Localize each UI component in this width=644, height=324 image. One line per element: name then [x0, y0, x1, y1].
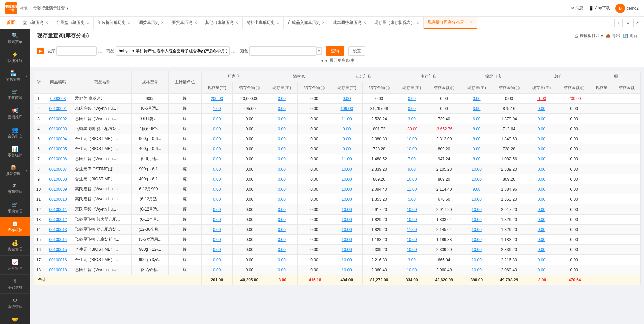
td-nanan-qty[interactable]: 3.00 — [396, 114, 427, 124]
tab-close-cailiao[interactable]: ✕ — [277, 21, 279, 25]
td-factory-qty[interactable]: 0.00 — [201, 194, 232, 204]
td-mocun-qty[interactable]: 0.00 — [266, 215, 298, 225]
td-jiangbei-qty[interactable]: 9.00 — [331, 144, 362, 154]
td-jiangbei-qty[interactable]: 109.00 — [331, 104, 362, 114]
td-mocun-qty[interactable]: 0.00 — [266, 184, 298, 194]
td-code[interactable]: 00100013 — [43, 225, 73, 235]
app-download-btn[interactable]: 📱 App下载 — [589, 5, 610, 11]
td-yubei-qty[interactable]: 10.00 — [461, 204, 492, 215]
tab-close-xiancunqk[interactable]: ✕ — [417, 21, 419, 25]
tab-close-pandian[interactable]: ✕ — [45, 21, 48, 25]
td-code[interactable]: 00100003 — [43, 124, 73, 134]
td-yubei-qty[interactable]: 8.00 — [461, 154, 492, 164]
td-total-qty[interactable]: 0.00 — [526, 134, 557, 144]
tab-xiancunfb[interactable]: 现存量（库存分布表）✕ — [424, 17, 477, 29]
info-icon-factory[interactable]: ⊙ — [256, 86, 260, 90]
td-jiangbei-qty[interactable]: 10.00 — [331, 174, 362, 184]
td-jiangbei-qty[interactable]: 10.00 — [331, 235, 362, 245]
td-yubei-qty[interactable]: 10.00 — [461, 164, 492, 174]
td-factory-qty[interactable]: 1.00 — [201, 104, 232, 114]
td-mocun-qty[interactable]: 0.00 — [266, 144, 298, 154]
tab-home[interactable]: 首页 — [3, 17, 19, 29]
td-total-qty[interactable]: 0.00 — [526, 245, 557, 255]
td-yubei-qty[interactable]: 0.00 — [461, 94, 492, 104]
sidebar-item-basic-info[interactable]: ℹ 基础信息 — [0, 275, 30, 294]
td-mocun-qty[interactable]: 0.00 — [266, 134, 298, 144]
tab-pandian[interactable]: 盘点单历史 ✕ — [19, 17, 52, 29]
td-nanan-qty[interactable]: 0.00 — [396, 104, 427, 114]
td-factory-qty[interactable]: 200.00 — [201, 94, 232, 104]
td-mocun-qty[interactable]: 0.00 — [266, 225, 298, 235]
tab-prev-btn[interactable]: ‹ — [605, 19, 613, 27]
td-total-qty[interactable]: 0.00 — [526, 204, 557, 215]
sidebar-item-member[interactable]: 👥 会员中心 — [0, 123, 30, 142]
td-code[interactable]: 00100005 — [43, 144, 73, 154]
tab-yaohuo[interactable]: 要货单历史 ✕ — [168, 17, 201, 29]
tab-close-xiancunfb[interactable]: ✕ — [470, 20, 473, 24]
td-mocun-qty[interactable]: 0.00 — [266, 154, 298, 164]
sidebar-item-quicknav[interactable]: ⚡ 快捷导航 — [0, 48, 30, 67]
td-factory-qty[interactable]: 0.00 — [201, 225, 232, 235]
color-input[interactable] — [249, 46, 316, 56]
td-total-qty[interactable]: 0.00 — [526, 124, 557, 134]
print-btn[interactable]: 🖨 按模板打印 ▾ — [574, 33, 603, 39]
td-factory-qty[interactable]: 0.00 — [201, 255, 232, 265]
td-jiangbei-qty[interactable]: 10.00 — [331, 215, 362, 225]
td-mocun-qty[interactable]: 0.00 — [266, 255, 298, 265]
td-code[interactable]: 00100007 — [43, 164, 73, 174]
td-factory-qty[interactable]: 0.00 — [201, 164, 232, 174]
sidebar-item-purchase[interactable]: 🛒 采购管理 — [0, 198, 30, 217]
td-code[interactable]: 00100012 — [43, 215, 73, 225]
td-total-qty[interactable]: 0.00 — [526, 255, 557, 265]
td-yubei-qty[interactable]: 9.00 — [461, 144, 492, 154]
sidebar-item-inventory[interactable]: 📋 库存核算 — [0, 217, 30, 236]
td-nanan-qty[interactable]: 3.00 — [396, 255, 427, 265]
td-yubei-qty[interactable]: 10.00 — [461, 265, 492, 275]
td-jiangbei-qty[interactable]: 10.00 — [331, 225, 362, 235]
td-total-qty[interactable]: -1.00 — [526, 94, 557, 104]
sidebar-item-marketing[interactable]: 📢 营销推广 — [0, 104, 30, 123]
sidebar-item-system[interactable]: ⚙ 系统管理 — [0, 294, 30, 313]
td-factory-qty[interactable]: 0.00 — [201, 114, 232, 124]
td-total-qty[interactable]: 0.00 — [526, 184, 557, 194]
td-code[interactable]: 00100002 — [43, 114, 73, 124]
td-code[interactable]: 00100016 — [43, 255, 73, 265]
expand-conditions-btn[interactable]: ▼▼ 展开更多条件 — [320, 58, 354, 63]
tab-close-diaobo[interactable]: ✕ — [161, 21, 164, 25]
td-code[interactable]: 00100015 — [43, 245, 73, 255]
tab-expand-btn[interactable]: ⤢ — [633, 19, 641, 27]
tab-close-yaohuo[interactable]: ✕ — [194, 21, 197, 25]
td-mocun-qty[interactable]: 0.00 — [266, 194, 298, 204]
tab-close-chuku[interactable]: ✕ — [235, 21, 238, 25]
refresh-btn[interactable]: 🔄 刷新 — [623, 33, 637, 39]
td-jiangbei-qty[interactable]: 10.00 — [331, 245, 362, 255]
td-jiangbei-qty[interactable]: 11.00 — [331, 114, 362, 124]
td-yubei-qty[interactable]: 10.00 — [461, 174, 492, 184]
td-code[interactable]: 00100009 — [43, 184, 73, 194]
tab-close-zuzhexie[interactable]: ✕ — [128, 21, 130, 25]
td-nanan-qty[interactable]: 5.00 — [396, 194, 427, 204]
td-factory-qty[interactable]: 0.00 — [201, 215, 232, 225]
tab-xiancunqk[interactable]: 现存量（库存状况表）✕ — [370, 17, 424, 29]
td-yubei-qty[interactable]: 10.00 — [461, 245, 492, 255]
td-jiangbei-qty[interactable]: 11.00 — [331, 154, 362, 164]
info-icon-mocun[interactable]: ⊙ — [321, 86, 325, 90]
sidebar-item-wholesale[interactable]: 📦 批发管理 ▼ — [0, 161, 30, 179]
td-code[interactable]: 00100006 — [43, 154, 73, 164]
td-total-qty[interactable]: 0.00 — [526, 114, 557, 124]
td-mocun-qty[interactable]: 0.00 — [266, 104, 298, 114]
td-factory-qty[interactable]: 0.00 — [201, 204, 232, 215]
td-mocun-qty[interactable]: 0.00 — [266, 164, 298, 174]
td-yubei-qty[interactable]: 10.00 — [461, 255, 492, 265]
td-total-qty[interactable]: 0.00 — [526, 225, 557, 235]
user-menu[interactable]: D demo2 — [615, 4, 639, 13]
sidebar-item-retail-mgmt[interactable]: 🏪 零售管理 ▲ — [0, 67, 30, 85]
sidebar-item-operations[interactable]: 📈 经营管理 — [0, 256, 30, 275]
td-factory-qty[interactable]: 0.00 — [201, 245, 232, 255]
td-jiangbei-qty[interactable]: 10.00 — [331, 184, 362, 194]
td-yubei-qty[interactable]: 9.00 — [461, 184, 492, 194]
td-mocun-qty[interactable]: 0.00 — [266, 124, 298, 134]
td-total-qty[interactable]: 0.00 — [526, 235, 557, 245]
td-factory-qty[interactable]: 0.00 — [201, 124, 232, 134]
td-code[interactable]: 00100010 — [43, 194, 73, 204]
